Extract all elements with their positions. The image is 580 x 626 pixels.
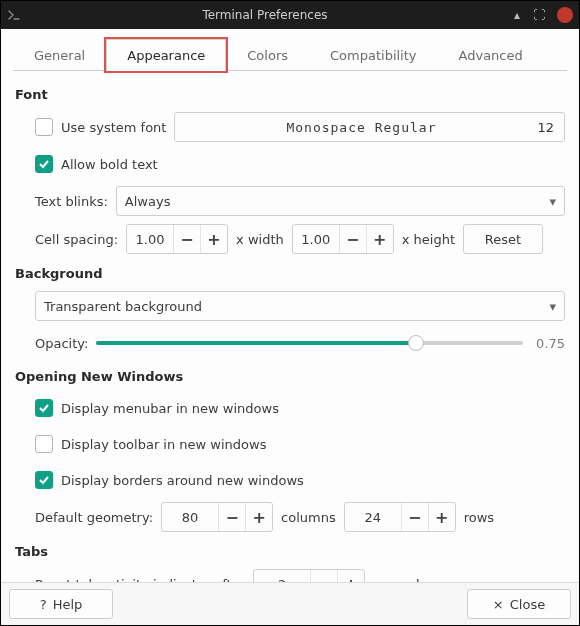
display-toolbar-label: Display toolbar in new windows: [61, 437, 266, 452]
cell-height-spin[interactable]: 1.00 − +: [292, 224, 394, 254]
opacity-label: Opacity:: [35, 336, 88, 351]
help-button[interactable]: ? Help: [9, 589, 113, 619]
display-toolbar-checkbox[interactable]: [35, 435, 53, 453]
close-icon: ×: [493, 597, 504, 612]
titlebar: Terminal Preferences ▴ ⛶: [1, 1, 579, 29]
geometry-columns-plus[interactable]: +: [245, 503, 272, 531]
new-windows-section-header: Opening New Windows: [15, 369, 565, 384]
background-section-header: Background: [15, 266, 565, 281]
background-type-combo[interactable]: Transparent background ▾: [35, 291, 565, 321]
font-size-display: 12: [537, 120, 554, 135]
default-geometry-label: Default geometry:: [35, 510, 153, 525]
cell-width-value[interactable]: 1.00: [127, 232, 173, 247]
text-blinks-label: Text blinks:: [35, 194, 108, 209]
opacity-value-display: 0.75: [531, 336, 565, 351]
reset-tab-seconds-spin[interactable]: 2 − +: [253, 569, 365, 582]
question-icon: ?: [40, 597, 47, 612]
geometry-rows-spin[interactable]: 24 − +: [344, 502, 456, 532]
allow-bold-checkbox[interactable]: [35, 155, 53, 173]
cell-width-minus[interactable]: −: [173, 225, 200, 253]
close-button[interactable]: × Close: [467, 589, 571, 619]
slider-thumb-icon[interactable]: [408, 335, 424, 351]
tab-appearance[interactable]: Appearance: [106, 39, 226, 71]
reset-tab-seconds-minus[interactable]: −: [310, 570, 337, 582]
font-chooser-button[interactable]: Monospace Regular 12: [174, 112, 565, 142]
geometry-rows-value[interactable]: 24: [345, 510, 401, 525]
action-bar: ? Help × Close: [1, 582, 579, 625]
display-menubar-label: Display menubar in new windows: [61, 401, 279, 416]
geometry-rows-plus[interactable]: +: [428, 503, 455, 531]
cell-height-value[interactable]: 1.00: [293, 232, 339, 247]
help-button-label: Help: [53, 597, 83, 612]
cell-spacing-label: Cell spacing:: [35, 232, 118, 247]
text-blinks-value: Always: [125, 194, 544, 209]
background-type-value: Transparent background: [44, 299, 543, 314]
cell-width-suffix: x width: [236, 232, 284, 247]
use-system-font-label: Use system font: [61, 120, 166, 135]
terminal-app-icon: [7, 8, 21, 22]
rows-suffix: rows: [464, 510, 494, 525]
text-blinks-combo[interactable]: Always ▾: [116, 186, 565, 216]
cell-height-suffix: x height: [402, 232, 455, 247]
use-system-font-checkbox[interactable]: [35, 118, 53, 136]
display-menubar-checkbox[interactable]: [35, 399, 53, 417]
display-borders-label: Display borders around new windows: [61, 473, 304, 488]
font-name-display: Monospace Regular: [185, 120, 537, 135]
tab-advanced[interactable]: Advanced: [438, 39, 544, 71]
cell-height-minus[interactable]: −: [339, 225, 366, 253]
columns-suffix: columns: [281, 510, 336, 525]
geometry-rows-minus[interactable]: −: [401, 503, 428, 531]
tabs-container: General Appearance Colors Compatibility …: [1, 29, 579, 71]
maximize-icon[interactable]: ⛶: [531, 7, 547, 23]
roll-up-icon[interactable]: ▴: [509, 7, 525, 23]
reset-cell-spacing-button[interactable]: Reset: [463, 224, 543, 254]
cell-height-plus[interactable]: +: [366, 225, 393, 253]
preferences-window: Terminal Preferences ▴ ⛶ General Appeara…: [0, 0, 580, 626]
tab-compatibility[interactable]: Compatibility: [309, 39, 438, 71]
chevron-down-icon: ▾: [549, 194, 556, 209]
tab-colors[interactable]: Colors: [226, 39, 309, 71]
tab-general[interactable]: General: [13, 39, 106, 71]
window-title: Terminal Preferences: [27, 8, 503, 22]
display-borders-checkbox[interactable]: [35, 471, 53, 489]
font-section-header: Font: [15, 87, 565, 102]
tabs-section-header: Tabs: [15, 544, 565, 559]
tab-bar: General Appearance Colors Compatibility …: [13, 39, 567, 71]
allow-bold-label: Allow bold text: [61, 157, 158, 172]
close-window-icon[interactable]: [557, 7, 573, 23]
chevron-down-icon: ▾: [549, 299, 556, 314]
opacity-slider[interactable]: [96, 341, 523, 345]
cell-width-plus[interactable]: +: [200, 225, 227, 253]
geometry-columns-value[interactable]: 80: [162, 510, 218, 525]
close-button-label: Close: [510, 597, 545, 612]
geometry-columns-minus[interactable]: −: [218, 503, 245, 531]
cell-width-spin[interactable]: 1.00 − +: [126, 224, 228, 254]
reset-tab-seconds-plus[interactable]: +: [337, 570, 364, 582]
appearance-panel: Font Use system font Monospace Regular 1…: [1, 71, 579, 582]
geometry-columns-spin[interactable]: 80 − +: [161, 502, 273, 532]
